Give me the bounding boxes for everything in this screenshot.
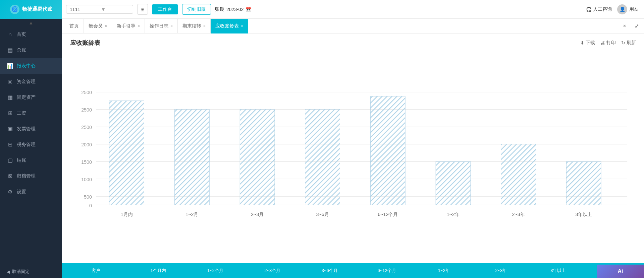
tab-guide[interactable]: 新手引导 ×: [112, 19, 145, 33]
consult-button[interactable]: 🎧 人工咨询: [586, 6, 612, 12]
tab-label: 新手引导: [117, 23, 136, 29]
logo-text: 畅捷通易代账: [22, 6, 52, 12]
tab-label: 首页: [69, 23, 79, 29]
refresh-button[interactable]: ↻ 刷新: [621, 40, 636, 46]
sidebar-item-assets[interactable]: ▦ 固定资产: [0, 89, 62, 105]
svg-text:500: 500: [84, 194, 92, 200]
reports-icon: 📊: [7, 63, 13, 69]
print-button[interactable]: 🖨 打印: [600, 40, 616, 46]
sidebar-item-home[interactable]: ⌂ 首页: [0, 27, 62, 42]
page-header: 应收账龄表 ⬇ 下载 🖨 打印 ↻ 刷新: [62, 33, 644, 51]
close-tabs-button[interactable]: ×: [620, 21, 629, 31]
user-icon: 👤: [620, 7, 625, 12]
cancel-pin-button[interactable]: ◀ 取消固定: [0, 265, 62, 278]
workbench-button[interactable]: 工作台: [152, 4, 178, 14]
svg-text:2500: 2500: [81, 125, 92, 130]
col-1-2month: 1~2个月: [187, 268, 244, 274]
page-actions: ⬇ 下载 🖨 打印 ↻ 刷新: [580, 40, 636, 46]
main-layout: ▲ ⌂ 首页 ▤ 总账 📊 报表中心 ◎ 资金管理 ▦ 固定资产 ⊞ 工资 ▣ …: [0, 19, 644, 278]
salary-icon: ⊞: [7, 110, 13, 116]
copy-button[interactable]: ⊞: [137, 4, 148, 15]
svg-text:1~2年: 1~2年: [447, 212, 460, 217]
print-icon: 🖨: [600, 40, 605, 46]
sidebar-item-label: 工资: [17, 110, 26, 116]
tab-oplog[interactable]: 操作日志 ×: [145, 19, 178, 33]
tab-bar: 首页 畅会员 × 新手引导 × 操作日志 × 期末结转 × 应收账龄表 ×: [62, 19, 644, 33]
download-icon: ⬇: [580, 40, 584, 46]
svg-text:1500: 1500: [81, 159, 92, 165]
tab-period-end[interactable]: 期末结转 ×: [178, 19, 211, 33]
calendar-icon[interactable]: 📅: [246, 7, 251, 12]
header-right: 🎧 人工咨询 👤 用友: [586, 4, 639, 14]
period-label: 账期: [215, 6, 224, 12]
sidebar-item-funds[interactable]: ◎ 资金管理: [0, 74, 62, 89]
logo-icon: 🌀: [10, 5, 19, 14]
assets-icon: ▦: [7, 94, 13, 100]
sidebar-item-reports[interactable]: 📊 报表中心: [0, 58, 62, 74]
top-header: 🌀 畅捷通易代账 1111 ▼ ⊞ 工作台 切到旧版 账期 2023-02 📅 …: [0, 0, 644, 19]
sidebar-item-label: 设置: [17, 189, 26, 195]
sidebar-scroll-up[interactable]: ▲: [0, 19, 62, 27]
sidebar-item-closing[interactable]: ▢ 结账: [0, 152, 62, 168]
invoice-icon: ▣: [7, 126, 13, 132]
period-value: 2023-02: [226, 7, 244, 12]
sidebar-item-invoice[interactable]: ▣ 发票管理: [0, 121, 62, 137]
content-area: 首页 畅会员 × 新手引导 × 操作日志 × 期末结转 × 应收账龄表 ×: [62, 19, 644, 278]
sidebar-item-salary[interactable]: ⊞ 工资: [0, 105, 62, 121]
bar-6-12个月: [370, 96, 405, 205]
user-area[interactable]: 👤 用友: [617, 4, 639, 14]
page-content: 应收账龄表 ⬇ 下载 🖨 打印 ↻ 刷新: [62, 33, 644, 278]
switch-version-button[interactable]: 切到旧版: [182, 4, 211, 15]
pin-icon: ◀: [7, 269, 10, 274]
col-2-3year: 2~3年: [473, 268, 530, 274]
close-icon[interactable]: ×: [170, 24, 173, 28]
tab-label: 应收账龄表: [215, 23, 239, 29]
tab-member[interactable]: 畅会员 ×: [84, 19, 112, 33]
sidebar-item-ledger[interactable]: ▤ 总账: [0, 42, 62, 58]
close-icon[interactable]: ×: [203, 24, 206, 28]
archive-icon: ⊠: [7, 173, 13, 179]
ai-assistant-button[interactable]: Ai: [597, 265, 644, 278]
sidebar-item-label: 总账: [17, 47, 26, 53]
col-customer: 客户: [62, 268, 129, 274]
svg-text:2500: 2500: [81, 90, 92, 95]
sidebar-item-tax[interactable]: ⊟ 税务管理: [0, 137, 62, 152]
svg-text:2500: 2500: [81, 107, 92, 113]
download-button[interactable]: ⬇ 下载: [580, 40, 595, 46]
closing-icon: ▢: [7, 157, 13, 163]
svg-text:6~12个月: 6~12个月: [378, 212, 398, 217]
close-icon[interactable]: ×: [105, 24, 107, 28]
col-3-6month: 3~6个月: [301, 268, 358, 274]
svg-text:3年以上: 3年以上: [575, 212, 592, 217]
sidebar-item-label: 结账: [17, 157, 26, 163]
tab-label: 畅会员: [89, 23, 103, 29]
close-icon[interactable]: ×: [241, 24, 243, 28]
expand-tabs-button[interactable]: ⤢: [632, 21, 641, 31]
tab-label: 期末结转: [182, 23, 201, 29]
svg-text:2~3月: 2~3月: [251, 212, 264, 217]
tab-aging[interactable]: 应收账龄表 ×: [211, 19, 248, 33]
svg-text:1月内: 1月内: [121, 212, 133, 217]
avatar: 👤: [617, 4, 627, 14]
refresh-icon: ↻: [621, 40, 625, 46]
ledger-icon: ▤: [7, 47, 13, 53]
col-1month: 1个月内: [129, 268, 186, 274]
sidebar-item-settings[interactable]: ⚙ 设置: [0, 184, 62, 200]
bar-3年以上: [566, 161, 601, 205]
print-label: 打印: [606, 40, 616, 46]
sidebar-item-archive[interactable]: ⊠ 归档管理: [0, 168, 62, 184]
tab-home[interactable]: 首页: [65, 19, 84, 33]
svg-text:1000: 1000: [81, 177, 92, 182]
chart-area: 0 500 1000 1500 2000 2500 2500 2500: [62, 51, 644, 263]
home-icon: ⌂: [7, 31, 13, 38]
close-icon[interactable]: ×: [138, 24, 140, 28]
bar-3-6月: [305, 110, 340, 205]
bar-1-2年: [436, 161, 471, 205]
svg-text:2~3年: 2~3年: [512, 212, 525, 217]
company-selector[interactable]: 1111 ▼: [66, 5, 133, 14]
tax-icon: ⊟: [7, 141, 13, 148]
refresh-label: 刷新: [627, 40, 636, 46]
svg-text:0: 0: [89, 203, 92, 208]
svg-text:2000: 2000: [81, 142, 92, 147]
svg-text:1~2月: 1~2月: [185, 212, 198, 217]
